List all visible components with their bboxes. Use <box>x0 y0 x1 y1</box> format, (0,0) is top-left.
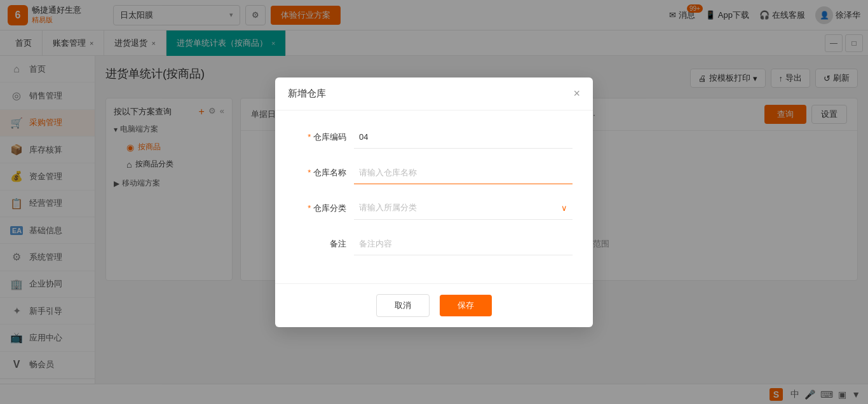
name-label: * 仓库名称 <box>295 167 346 178</box>
remark-input[interactable] <box>354 232 573 255</box>
modal-overlay[interactable]: 新增仓库 × * 仓库编码 * 仓库名称 <box>0 0 868 404</box>
modal-title: 新增仓库 <box>288 88 326 100</box>
category-label: * 仓库分类 <box>295 203 346 214</box>
warehouse-name-input[interactable] <box>354 161 573 184</box>
add-warehouse-modal: 新增仓库 × * 仓库编码 * 仓库名称 <box>275 77 593 327</box>
save-btn[interactable]: 保存 <box>440 295 492 316</box>
warehouse-code-input[interactable] <box>354 126 573 149</box>
form-row-name: * 仓库名称 <box>295 161 573 184</box>
cancel-btn[interactable]: 取消 <box>376 294 430 317</box>
form-row-category: * 仓库分类 请输入所属分类 ∨ <box>295 197 573 220</box>
remark-label: 备注 <box>295 238 346 250</box>
category-select-arrow-icon: ∨ <box>561 203 567 213</box>
modal-footer: 取消 保存 <box>275 283 593 327</box>
code-label: * 仓库编码 <box>295 131 346 143</box>
category-select[interactable]: 请输入所属分类 ∨ <box>354 197 573 220</box>
modal-close-btn[interactable]: × <box>573 88 580 99</box>
modal-body: * 仓库编码 * 仓库名称 * 仓库分类 请输入所属 <box>275 111 593 283</box>
form-row-code: * 仓库编码 <box>295 126 573 149</box>
modal-header: 新增仓库 × <box>275 77 593 111</box>
form-row-remark: 备注 <box>295 232 573 255</box>
